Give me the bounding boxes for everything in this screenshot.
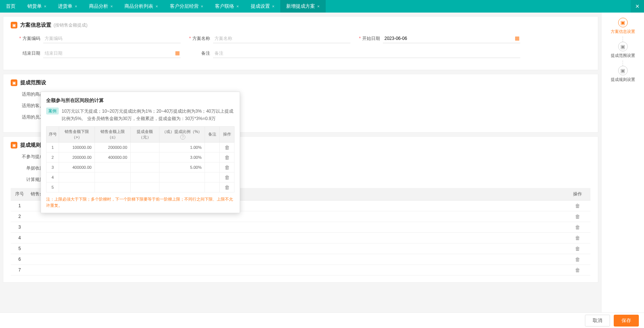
label-end-date: 结束日期 [23, 51, 40, 56]
end-date-input[interactable] [43, 48, 181, 58]
close-icon[interactable]: × [75, 4, 77, 8]
tab-home[interactable]: 首页 [0, 0, 21, 13]
panel-icon: ▣ [11, 22, 17, 28]
plan-code-input[interactable] [43, 34, 181, 43]
step-plan-info[interactable]: ▣ 方案信息设置 [602, 18, 644, 34]
close-icon[interactable]: × [110, 4, 113, 8]
step-commission-rules[interactable]: ▣ 提成规则设置 [602, 66, 644, 82]
calendar-icon[interactable]: ▦ [515, 35, 520, 41]
tier-full-help-popup: 全额参与所在区间段的计算 案例 10万元以下无提成；10~20万元提成比例为1%… [41, 92, 240, 213]
start-date-input[interactable] [383, 34, 520, 43]
close-icon[interactable]: × [236, 4, 239, 8]
trash-icon[interactable]: 🗑 [575, 267, 580, 273]
popup-example-table: 序号 销售金额下限（>） 销售金额上限（≤） 提成金额（元） （或）提成比例（%… [46, 126, 234, 192]
trash-icon[interactable]: 🗑 [225, 174, 230, 180]
table-row[interactable]: 7🗑 [11, 265, 590, 276]
trash-icon[interactable]: 🗑 [575, 224, 580, 230]
label-receipt: 单据收款 [11, 165, 44, 171]
remark-input[interactable] [213, 48, 520, 58]
table-row: 2200000.00400000.003.00%🗑 [47, 152, 234, 162]
popup-note: 注：上限必须大于下限；多个阶梯时，下一个阶梯下限要等于前一阶梯上限；不同行之间下… [46, 196, 234, 209]
table-row[interactable]: 3🗑 [11, 222, 590, 233]
table-row: 4🗑 [47, 172, 234, 182]
panel-icon: ▣ [11, 142, 17, 148]
tab-customer-contact[interactable]: 客户联络× [209, 0, 244, 13]
tab-bar: 首页 销货单× 进货单× 商品分析× 商品分析列表× 客户分层经营× 客户联络×… [0, 0, 644, 13]
label-no-commission: 不参与提成 [11, 154, 44, 160]
panel-title: 方案信息设置 [20, 22, 51, 28]
trash-icon[interactable]: 🗑 [575, 246, 580, 252]
step-icon: ▣ [618, 42, 628, 51]
tab-customer-tier[interactable]: 客户分层经营× [164, 0, 209, 13]
case-text: 10万元以下无提成；10~20万元提成比例为1%；20~40万提成比例为3%；4… [62, 107, 234, 123]
label-start-date: 开始日期 [362, 36, 380, 41]
tab-product-analysis-list[interactable]: 商品分析列表× [119, 0, 164, 13]
step-label: 方案信息设置 [611, 29, 635, 34]
step-icon: ▣ [618, 18, 628, 27]
table-row: 1100000.00200000.001.00%🗑 [47, 142, 234, 152]
th-action: 操作 [565, 188, 590, 201]
trash-icon[interactable]: 🗑 [575, 213, 580, 219]
tab-new-commission-plan[interactable]: 新增提成方案× [280, 0, 325, 13]
trash-icon[interactable]: 🗑 [575, 256, 580, 262]
trash-icon[interactable]: 🗑 [225, 164, 230, 170]
save-button[interactable]: 保存 [614, 315, 639, 327]
step-label: 提成规则设置 [611, 77, 635, 82]
close-icon[interactable]: × [272, 4, 274, 8]
trash-icon[interactable]: 🗑 [225, 144, 230, 150]
trash-icon[interactable]: 🗑 [575, 235, 580, 241]
panel-title: 提成范围设 [20, 79, 46, 86]
tab-commission-settings[interactable]: 提成设置× [245, 0, 280, 13]
close-icon[interactable]: × [317, 4, 319, 8]
table-row: 5🗑 [47, 182, 234, 192]
close-icon[interactable]: × [201, 4, 203, 8]
label-applicable-staff: 适用的员工 [11, 114, 44, 120]
step-sidebar: ▣ 方案信息设置 ▣ 提成范围设置 ▣ 提成规则设置 [601, 13, 644, 312]
close-all-button[interactable]: × [631, 0, 644, 13]
th-seq: 序号 [11, 188, 28, 201]
table-row: 3400000.005.00%🗑 [47, 162, 234, 172]
trash-icon[interactable]: 🗑 [225, 154, 230, 160]
popup-title: 全额参与所在区间段的计算 [46, 97, 234, 104]
label-applicable-products: 适用的商品 [11, 91, 44, 98]
tab-product-analysis[interactable]: 商品分析× [83, 0, 119, 13]
panel-icon: ▣ [11, 79, 17, 86]
panel-subtitle: (按销售金额提成) [54, 22, 88, 28]
tab-sales-order[interactable]: 销货单× [21, 0, 52, 13]
tab-purchase-order[interactable]: 进货单× [52, 0, 83, 13]
table-row[interactable]: 4🗑 [11, 233, 590, 243]
label-plan-code: 方案编码 [23, 36, 40, 41]
help-icon: ? [180, 134, 185, 140]
step-label: 提成范围设置 [611, 53, 635, 58]
label-applicable-customers: 适用的客户 [11, 103, 44, 109]
close-icon[interactable]: × [44, 4, 46, 8]
calendar-icon[interactable]: ▦ [175, 50, 180, 56]
plan-name-input[interactable] [213, 34, 350, 43]
table-row[interactable]: 6🗑 [11, 254, 590, 265]
footer-bar: 取消 保存 [0, 312, 644, 328]
cancel-button[interactable]: 取消 [585, 315, 610, 327]
table-row[interactable]: 5🗑 [11, 243, 590, 254]
panel-plan-info: ▣ 方案信息设置 (按销售金额提成) *方案编码 *方案名称 *开始日期 [3, 16, 598, 70]
label-remark: 备注 [201, 51, 210, 56]
close-icon[interactable]: × [155, 4, 158, 8]
trash-icon[interactable]: 🗑 [225, 184, 230, 190]
step-icon: ▣ [618, 66, 628, 75]
th-remark: 备注 [220, 188, 565, 201]
label-plan-name: 方案名称 [192, 36, 210, 41]
case-tag: 案例 [46, 107, 59, 115]
label-calc-rule: 计算规则 [11, 177, 44, 183]
trash-icon[interactable]: 🗑 [575, 203, 580, 209]
step-commission-range[interactable]: ▣ 提成范围设置 [602, 42, 644, 58]
